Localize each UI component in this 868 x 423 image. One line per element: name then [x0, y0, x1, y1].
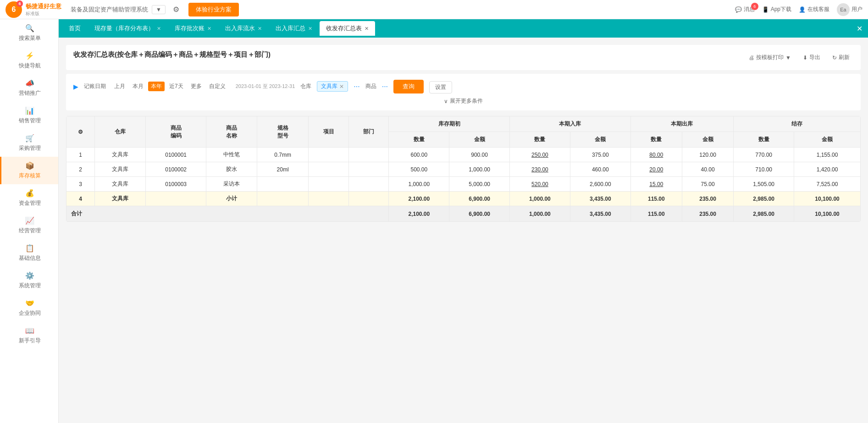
th-goods-code: 商品编码: [146, 116, 206, 148]
sidebar-icon-1: ⚡: [25, 51, 34, 60]
footer-out-amt: 235.00: [682, 206, 733, 222]
date-last-month[interactable]: 上月: [111, 82, 128, 91]
tab-5[interactable]: 收发存汇总表✕: [320, 21, 375, 36]
cell-in-qty-0[interactable]: 250.00: [510, 148, 570, 162]
message-icon: 💬: [735, 6, 742, 13]
date-this-year[interactable]: 本年: [148, 82, 165, 91]
goods-filter-label: 商品: [365, 82, 376, 90]
tab-3[interactable]: 出入库流水✕: [219, 21, 268, 36]
th-bal-qty: 数量: [734, 132, 794, 148]
th-settings[interactable]: ⚙: [66, 116, 95, 148]
cell-no-0: 1: [66, 148, 95, 162]
sidebar-item-7[interactable]: 📈经营管理: [0, 212, 58, 239]
cell-open-qty-0: 600.00: [389, 148, 449, 162]
app-download-button[interactable]: 📱 App下载: [762, 5, 791, 13]
gear-button[interactable]: ⚙: [173, 5, 179, 14]
sidebar-label-10: 企业协同: [19, 309, 41, 317]
date-filter-label: 记账日期: [84, 82, 106, 90]
sidebar-label-11: 新手引导: [19, 337, 41, 345]
cell-out-qty-2[interactable]: 15.00: [630, 177, 682, 192]
cell-name-1: 胶水: [206, 162, 257, 177]
cell-bal-amt-1: 1,420.00: [794, 162, 861, 177]
expand-icon: ∨: [444, 98, 448, 104]
table-row-1: 2 文具库 0100002 胶水 20ml 500.00 1,000.00 23…: [66, 162, 861, 177]
table-row-3: 4 文具库 小计 2,100.00 6,900.00 1,000.00 3,43…: [66, 192, 861, 206]
filter-expand-arrow[interactable]: ▶: [73, 83, 78, 90]
warehouse-ellipsis[interactable]: ···: [354, 82, 359, 91]
cell-project-0: [309, 148, 349, 162]
sidebar-icon-7: 📈: [25, 216, 34, 225]
expand-conditions-button[interactable]: ∨ 展开更多条件: [444, 97, 483, 105]
footer-open-qty: 2,100.00: [389, 206, 449, 222]
sidebar: 🔍搜索菜单⚡快捷导航📣营销推广📊销售管理🛒采购管理📦库存核算💰资金管理📈经营管理…: [0, 19, 59, 423]
cell-out-qty-0[interactable]: 80.00: [630, 148, 682, 162]
sidebar-item-9[interactable]: ⚙️系统管理: [0, 267, 58, 294]
sidebar-icon-2: 📣: [25, 79, 34, 88]
export-icon: ⬇: [803, 55, 807, 61]
cell-no-2: 3: [66, 177, 95, 192]
goods-ellipsis[interactable]: ···: [382, 82, 388, 91]
cell-code-0: 0100001: [146, 148, 206, 162]
cell-spec-0: 0.7mm: [257, 148, 308, 162]
tab-close-5[interactable]: ✕: [365, 26, 369, 32]
online-service-button[interactable]: 👤 在线客服: [799, 5, 829, 13]
refresh-button[interactable]: ↻ 刷新: [829, 52, 853, 63]
cell-spec-3: [257, 192, 308, 206]
sidebar-item-10[interactable]: 🤝企业协同: [0, 294, 58, 322]
table-row-2: 3 文具库 0100003 采访本 1,000.00 5,000.00 520.…: [66, 177, 861, 192]
sidebar-item-3[interactable]: 📊销售管理: [0, 102, 58, 129]
page-content: 收发存汇总表(按仓库＋商品编码＋商品＋规格型号＋项目＋部门) 🖨 按模板打印 ▼…: [59, 38, 868, 423]
top-bar: 6 6 畅捷通好生意 标准版 装备及固定资产辅助管理系统 ▼ ⚙ 体验行业方案 …: [0, 0, 868, 19]
sidebar-item-1[interactable]: ⚡快捷导航: [0, 47, 58, 74]
cell-name-3: 小计: [206, 192, 257, 206]
date-custom[interactable]: 自定义: [206, 82, 228, 91]
cell-in-qty-3: 1,000.00: [510, 192, 570, 206]
sidebar-item-11[interactable]: 📖新手引导: [0, 322, 58, 349]
query-button[interactable]: 查询: [393, 80, 424, 93]
warehouse-tag-close[interactable]: ✕: [339, 83, 344, 90]
sidebar-item-0[interactable]: 🔍搜索菜单: [0, 19, 58, 47]
tab-close-4[interactable]: ✕: [308, 26, 312, 32]
tab-4[interactable]: 出入库汇总✕: [269, 21, 319, 36]
sidebar-item-2[interactable]: 📣营销推广: [0, 74, 58, 102]
sidebar-item-8[interactable]: 📋基础信息: [0, 239, 58, 267]
cell-warehouse-0: 文具库: [95, 148, 146, 162]
cell-name-2: 采访本: [206, 177, 257, 192]
cell-in-qty-2[interactable]: 520.00: [510, 177, 570, 192]
th-dept: 部门: [348, 116, 389, 148]
cell-in-qty-1[interactable]: 230.00: [510, 162, 570, 177]
warehouse-tag[interactable]: 文具库 ✕: [317, 81, 348, 92]
data-table: ⚙ 仓库 商品编码 商品名称 规格型号 项目 部门 库存期初 本期入库 本期出库: [66, 116, 861, 222]
page-header: 收发存汇总表(按仓库＋商品编码＋商品＋规格型号＋项目＋部门) 🖨 按模板打印 ▼…: [66, 45, 861, 70]
tab-close-2[interactable]: ✕: [207, 26, 211, 32]
date-this-month[interactable]: 本月: [130, 82, 146, 91]
tab-1[interactable]: 现存量（库存分布表）✕: [88, 21, 167, 36]
tab-close-3[interactable]: ✕: [258, 26, 262, 32]
date-more[interactable]: 更多: [188, 82, 205, 91]
sidebar-icon-0: 🔍: [25, 24, 34, 33]
tab-close-1[interactable]: ✕: [157, 26, 161, 32]
tab-2[interactable]: 库存批次账✕: [168, 21, 218, 36]
cell-out-qty-1[interactable]: 20.00: [630, 162, 682, 177]
sidebar-icon-10: 🤝: [25, 299, 34, 308]
date-7days[interactable]: 近7天: [166, 82, 186, 91]
sys-name: 装备及固定资产辅助管理系统: [71, 5, 148, 14]
export-button[interactable]: ⬇ 导出: [799, 52, 824, 63]
th-project: 项目: [309, 116, 349, 148]
sys-dropdown-button[interactable]: ▼: [152, 5, 166, 14]
cell-open-amt-1: 1,000.00: [449, 162, 510, 177]
tab-0[interactable]: 首页: [62, 21, 87, 36]
message-button[interactable]: 💬 消息 6: [735, 5, 755, 13]
trial-button[interactable]: 体验行业方案: [188, 3, 239, 16]
tab-bar-close-button[interactable]: ✕: [857, 24, 862, 33]
sidebar-item-5[interactable]: 📦库存核算: [0, 157, 58, 184]
tab-label-4: 出入库汇总: [276, 24, 305, 33]
print-icon: 🖨: [749, 55, 754, 61]
sidebar-label-8: 基础信息: [19, 254, 41, 262]
filter-settings-button[interactable]: 设置: [429, 81, 452, 93]
user-menu[interactable]: Ea 用户: [837, 3, 862, 16]
sidebar-item-4[interactable]: 🛒采购管理: [0, 129, 58, 157]
cell-bal-amt-3: 10,100.00: [794, 192, 861, 206]
sidebar-item-6[interactable]: 💰资金管理: [0, 184, 58, 212]
print-button[interactable]: 🖨 按模板打印 ▼: [745, 52, 795, 63]
